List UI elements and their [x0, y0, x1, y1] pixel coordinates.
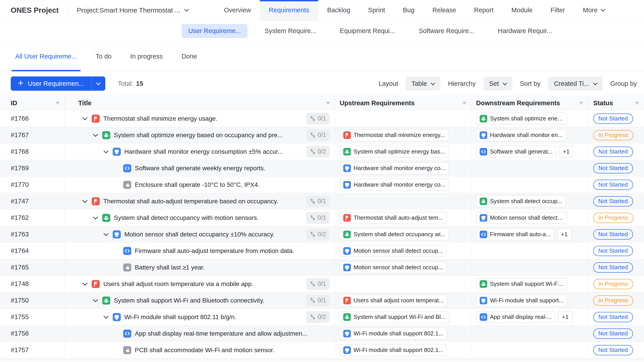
requirement-title[interactable]: System shall support Wi-Fi and Bluetooth… — [114, 297, 264, 304]
filter-tab-all-user-requireme[interactable]: All User Requireme... — [12, 41, 80, 71]
upstream-requirement-chip[interactable]: Hardware shall monitor energy co... — [340, 162, 449, 174]
downstream-requirement-chip[interactable]: System shall detect occup... — [476, 195, 566, 207]
more-links-chip[interactable]: +1 — [558, 311, 573, 323]
status-badge[interactable]: Not Started — [593, 262, 633, 273]
table-row[interactable]: #1766Thermostat shall minimize energy us… — [0, 110, 644, 127]
status-badge[interactable]: Not Started — [593, 163, 633, 173]
subnav-tab-software-require[interactable]: Software Require... — [412, 24, 481, 38]
hierarchy-select[interactable]: Set — [484, 77, 512, 90]
downstream-requirement-chip[interactable]: Hardware shall monitor en... — [476, 129, 566, 141]
nav-tab-report[interactable]: Report — [465, 0, 502, 20]
upstream-requirement-chip[interactable]: Users shall adjust room temperat... — [340, 295, 447, 307]
upstream-requirement-chip[interactable]: Motion sensor shall detect occup... — [340, 261, 446, 274]
upstream-requirement-chip[interactable]: System shall support Wi-Fi and Bl... — [340, 311, 449, 323]
requirement-title[interactable]: Motion sensor shall detect occupancy ±10… — [124, 231, 274, 238]
upstream-requirement-chip[interactable]: Wi-Fi module shall support 802.1... — [340, 344, 447, 356]
downstream-requirement-chip[interactable]: Firmware shall auto-a... — [476, 228, 554, 240]
nav-tab-overview[interactable]: Overview — [215, 0, 260, 20]
status-badge[interactable]: In Progress — [593, 279, 633, 289]
upstream-requirement-chip[interactable]: System shall detect occupancy wi... — [340, 228, 449, 240]
table-row[interactable]: #1763Motion sensor shall detect occupanc… — [0, 226, 644, 243]
subnav-tab-hardware-requir[interactable]: Hardware Requir... — [491, 24, 559, 38]
status-badge[interactable]: Not Started — [593, 229, 633, 240]
status-badge[interactable]: Not Started — [593, 312, 633, 322]
filter-triangle-icon[interactable] — [56, 102, 60, 104]
subnav-tab-user-requireme[interactable]: User Requireme... — [182, 24, 248, 38]
collapse-caret-icon[interactable] — [93, 215, 98, 220]
collapse-caret-icon[interactable] — [82, 281, 88, 286]
nav-tab-filter[interactable]: Filter — [542, 0, 574, 20]
subnav-tab-equipment-requi[interactable]: Equipment Requi... — [333, 24, 402, 38]
table-row[interactable]: #1767System shall optimize energy based … — [0, 127, 644, 143]
layout-select[interactable]: Table — [406, 77, 440, 90]
upstream-requirement-chip[interactable]: Hardware shall monitor energy co... — [340, 179, 449, 191]
link-count-badge[interactable]: 0/1 — [306, 278, 330, 290]
link-count-badge[interactable]: 0/2 — [306, 311, 330, 323]
status-badge[interactable]: In Progress — [593, 130, 633, 140]
column-header-title[interactable]: Title — [65, 96, 335, 110]
nav-tab-backlog[interactable]: Backlog — [318, 0, 359, 20]
downstream-requirement-chip[interactable]: Motion sensor shall detect ... — [476, 212, 567, 224]
status-badge[interactable]: Not Started — [593, 196, 633, 206]
requirement-title[interactable]: Hardware shall monitor energy consumptio… — [124, 148, 283, 155]
filter-tab-done[interactable]: Done — [178, 41, 200, 71]
column-header-status[interactable]: Status — [588, 96, 644, 110]
status-badge[interactable]: Not Started — [593, 113, 633, 124]
requirement-title[interactable]: System shall optimize energy based on oc… — [114, 132, 283, 139]
column-header-upstream[interactable]: Upstream Requirements — [335, 96, 472, 110]
filter-triangle-icon[interactable] — [635, 102, 639, 104]
filter-tab-in-progress[interactable]: In progress — [127, 41, 166, 71]
link-count-badge[interactable]: 0/1 — [306, 212, 330, 224]
table-row[interactable]: #1770Enclosure shall operate -10°C to 50… — [0, 177, 644, 193]
filter-tab-to-do[interactable]: To do — [92, 41, 115, 71]
collapse-caret-icon[interactable] — [82, 198, 88, 203]
table-row[interactable]: #1768Hardware shall monitor energy consu… — [0, 143, 644, 160]
status-badge[interactable]: Not Started — [593, 180, 633, 190]
upstream-requirement-chip[interactable]: Thermostat shall auto-adjust tem... — [340, 212, 446, 224]
collapse-caret-icon[interactable] — [104, 314, 109, 319]
requirement-title[interactable]: Wi-Fi module shall support 802.11 b/g/n. — [124, 314, 236, 321]
link-count-badge[interactable]: 0/1 — [306, 129, 330, 141]
requirement-title[interactable]: PCB shall accommodate Wi-Fi and motion s… — [135, 347, 274, 354]
table-row[interactable]: #1747Thermostat shall auto-adjust temper… — [0, 193, 644, 210]
create-requirement-button[interactable]: + User Requiremen... — [11, 80, 91, 87]
nav-tab-bug[interactable]: Bug — [394, 0, 424, 20]
filter-triangle-icon[interactable] — [462, 102, 466, 104]
link-count-badge[interactable]: 0/1 — [306, 295, 330, 306]
table-row[interactable]: #1764Firmware shall auto-adjust temperat… — [0, 243, 644, 259]
table-row[interactable]: #1748Users shall adjust room temperature… — [0, 276, 644, 292]
requirement-title[interactable]: Enclosure shall operate -10°C to 50°C, I… — [135, 181, 260, 188]
status-badge[interactable]: Not Started — [593, 345, 633, 355]
upstream-requirement-chip[interactable]: Motion sensor shall detect occup... — [340, 245, 446, 257]
collapse-caret-icon[interactable] — [93, 132, 98, 137]
requirement-title[interactable]: Firmware shall auto-adjust temperature f… — [135, 247, 294, 255]
nav-tab-release[interactable]: Release — [423, 0, 465, 20]
collapse-caret-icon[interactable] — [82, 115, 88, 120]
table-row[interactable]: #1769Software shall generate weekly ener… — [0, 160, 644, 177]
collapse-caret-icon[interactable] — [104, 148, 109, 153]
downstream-requirement-chip[interactable]: System shall optimize ener... — [476, 113, 567, 125]
filter-triangle-icon[interactable] — [326, 102, 330, 104]
link-count-badge[interactable]: 0/2 — [306, 146, 330, 158]
column-header-id[interactable]: ID — [0, 96, 65, 110]
downstream-requirement-chip[interactable]: System shall support Wi-Fi... — [476, 278, 567, 290]
status-badge[interactable]: Not Started — [593, 246, 633, 256]
status-badge[interactable]: In Progress — [593, 213, 633, 223]
downstream-requirement-chip[interactable]: Software shall generat... — [476, 146, 556, 158]
downstream-requirement-chip[interactable]: App shall display real-... — [476, 311, 555, 323]
more-links-chip[interactable]: +1 — [559, 146, 574, 158]
table-row[interactable]: #1750System shall support Wi-Fi and Blue… — [0, 292, 644, 309]
upstream-requirement-chip[interactable]: Wi-Fi module shall support 802.1... — [340, 328, 447, 340]
filter-triangle-icon[interactable] — [579, 102, 583, 104]
requirement-title[interactable]: Users shall adjust room temperature via … — [103, 281, 253, 288]
nav-tab-requirements[interactable]: Requirements — [260, 0, 318, 20]
link-count-badge[interactable]: 0/1 — [306, 113, 330, 124]
requirement-title[interactable]: Software shall generate weekly energy re… — [135, 165, 266, 172]
requirement-title[interactable]: Battery shall last ≥1 year. — [135, 264, 205, 271]
collapse-caret-icon[interactable] — [104, 231, 109, 236]
column-header-downstream[interactable]: Downstream Requirements — [472, 96, 588, 110]
more-links-chip[interactable]: +1 — [557, 228, 572, 240]
collapse-caret-icon[interactable] — [93, 297, 98, 302]
table-row[interactable]: #1755Wi-Fi module shall support 802.11 b… — [0, 309, 644, 325]
requirement-title[interactable]: Thermostat shall auto-adjust temperature… — [103, 198, 278, 205]
